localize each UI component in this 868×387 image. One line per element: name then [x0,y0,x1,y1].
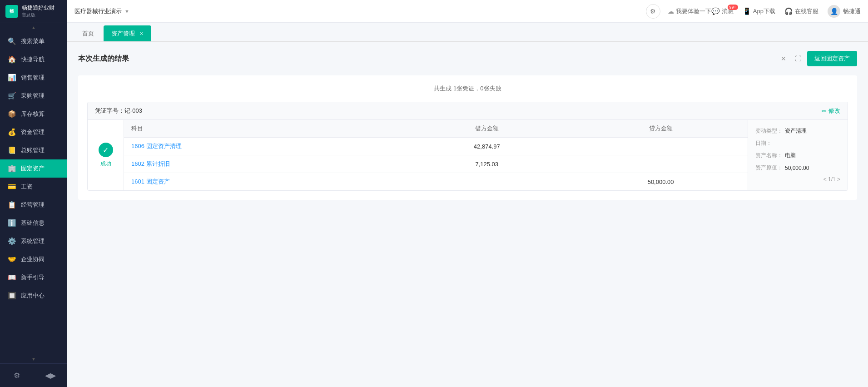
success-label: 成功 [100,160,111,168]
sidebar-item-sales[interactable]: 📊 销售管理 [0,69,67,87]
home-icon: 🏠 [7,55,16,64]
settings-button[interactable]: ⚙ [646,4,660,19]
cell-subject-0: 1606 固定资产清理 [124,138,400,155]
fixed-assets-icon: 🏢 [7,164,16,173]
change-type-label: 变动类型： [755,127,785,135]
voucher-table: 科目 借方金额 贷方金额 1606 固定资产清理 [124,120,748,190]
subject-link-0[interactable]: 1606 固定资产清理 [131,143,182,149]
sidebar-item-label: 固定资产 [21,164,45,173]
user-profile[interactable]: 👤 畅捷通 [828,5,861,18]
pagination[interactable]: < 1/1 > [755,176,840,183]
side-panel-date: 日期： [755,139,840,147]
subject-link-2[interactable]: 1601 固定资产 [131,178,170,185]
cloud-icon: ☁ [668,8,674,15]
sidebar-item-purchase[interactable]: 🛒 采购管理 [0,87,67,105]
col-debit: 借方金额 [400,120,574,138]
sidebar-item-operations[interactable]: 📋 经营管理 [0,196,67,214]
original-value-label: 资产原值： [755,164,785,172]
message-badge: 99+ [728,5,738,10]
col-credit: 贷方金额 [574,120,748,138]
table-row: 1606 固定资产清理 42,874.97 [124,138,748,155]
customer-service-button[interactable]: 🎧 在线客服 [784,7,818,15]
sidebar-item-label: 销售管理 [21,74,45,82]
sidebar-item-funds[interactable]: 💰 资金管理 [0,123,67,141]
voucher-table-wrap: 科目 借方金额 贷方金额 1606 固定资产清理 [124,120,748,190]
voucher-header: 凭证字号：记-003 ✏ 修改 [88,102,848,120]
sidebar-scroll-up[interactable]: ▲ [0,23,67,32]
customer-service-label: 在线客服 [795,7,818,15]
logo-subtitle: 普及版 [22,12,55,18]
sidebar-item-fixed-assets[interactable]: 🏢 固定资产 [0,159,67,178]
sidebar-item-label: 总账管理 [21,146,45,154]
cell-debit-2 [400,173,574,191]
close-panel-button[interactable]: ✕ [778,53,789,64]
avatar: 👤 [828,5,840,18]
company-name: 医疗器械行业演示 [74,7,122,15]
subject-link-1[interactable]: 1602 累计折旧 [131,160,170,167]
topbar: 医疗器械行业演示 ▼ ⚙ ☁ 我要体验一下 💬 消息 99+ 📱 App下载 🎧… [67,0,868,23]
sidebar-item-inventory[interactable]: 📦 库存核算 [0,105,67,123]
side-panel-change-type: 变动类型： 资产清理 [755,127,840,135]
side-panel: 变动类型： 资产清理 日期： 资产名称： 电脑 资产原值： [748,120,848,190]
inventory-icon: 📦 [7,110,16,118]
sidebar-item-guide[interactable]: 📖 新手引导 [0,268,67,287]
guide-icon: 📖 [7,273,16,282]
expand-panel-button[interactable]: ⛶ [793,53,804,64]
cell-credit-2: 50,000.00 [574,173,748,191]
tab-asset-mgmt[interactable]: 资产管理 ✕ [104,25,151,41]
original-value: 50,000.00 [785,165,809,171]
sidebar-item-system[interactable]: ⚙️ 系统管理 [0,232,67,250]
app-download-button[interactable]: 📱 App下载 [743,7,775,15]
edit-button[interactable]: ✏ 修改 [822,107,840,115]
sidebar-item-search[interactable]: 🔍 搜索菜单 [0,32,67,50]
sidebar-item-salary[interactable]: 💳 工资 [0,178,67,196]
summary-text: 共生成 1张凭证，0张失败 [87,84,848,93]
change-type-value: 资产清理 [785,127,807,135]
salary-icon: 💳 [7,183,16,191]
logo-icon: 畅 [5,5,18,18]
enterprise-icon: 🤝 [7,255,16,263]
tab-home[interactable]: 首页 [74,25,102,41]
operations-icon: 📋 [7,201,16,209]
cell-subject-2: 1601 固定资产 [124,173,400,191]
tab-home-label: 首页 [82,30,94,37]
edit-icon: ✏ [822,108,827,114]
experience-button[interactable]: ☁ 我要体验一下 [668,7,711,15]
sidebar-item-ledger[interactable]: 📒 总账管理 [0,141,67,159]
sidebar-item-label: 资金管理 [21,128,45,136]
result-card: 共生成 1张凭证，0张失败 凭证字号：记-003 ✏ 修改 ✓ 成功 [78,75,857,200]
sidebar-scroll-down[interactable]: ▼ [0,354,67,363]
sidebar-item-label: 应用中心 [21,292,45,300]
cell-credit-0 [574,138,748,155]
sidebar-item-app-center[interactable]: 🔲 应用中心 [0,287,67,305]
sidebar-item-basic-info[interactable]: ℹ️ 基础信息 [0,214,67,232]
sidebar-item-label: 基础信息 [21,219,45,227]
app-center-icon: 🔲 [7,292,16,300]
user-icon: 👤 [830,8,838,15]
sales-icon: 📊 [7,74,16,82]
main-area: 医疗器械行业演示 ▼ ⚙ ☁ 我要体验一下 💬 消息 99+ 📱 App下载 🎧… [67,0,868,387]
sidebar-bottom: ⚙ ◀▶ [0,363,67,387]
tabbar: 首页 资产管理 ✕ [67,23,868,42]
sidebar-settings-button[interactable]: ⚙ [0,367,34,383]
tab-asset-mgmt-label: 资产管理 [111,30,135,37]
search-icon: 🔍 [7,37,16,45]
phone-icon: 📱 [743,7,751,15]
purchase-icon: 🛒 [7,92,16,100]
sidebar-item-enterprise[interactable]: 🤝 企业协同 [0,250,67,268]
sidebar-nav: 🔍 搜索菜单 🏠 快捷导航 📊 销售管理 🛒 采购管理 📦 库存核算 💰 资金管… [0,32,67,354]
return-button[interactable]: 返回固定资产 [807,51,857,66]
sidebar-collapse-button[interactable]: ◀▶ [34,367,67,383]
experience-label: 我要体验一下 [676,7,711,15]
messages-button[interactable]: 💬 消息 99+ [711,7,734,15]
tab-close-button[interactable]: ✕ [139,31,144,36]
sidebar-item-label: 搜索菜单 [21,37,45,45]
edit-label: 修改 [828,107,840,115]
message-icon: 💬 [711,7,720,15]
sidebar-item-label: 新手引导 [21,273,45,282]
sidebar-logo: 畅 畅捷通好业财 普及版 [0,0,67,23]
sidebar-item-quick-nav[interactable]: 🏠 快捷导航 [0,50,67,69]
table-row: 1601 固定资产 50,000.00 [124,173,748,191]
company-selector[interactable]: 医疗器械行业演示 ▼ [74,7,640,15]
side-panel-original-value: 资产原值： 50,000.00 [755,164,840,172]
